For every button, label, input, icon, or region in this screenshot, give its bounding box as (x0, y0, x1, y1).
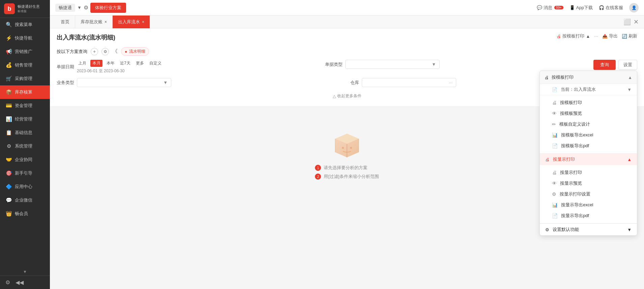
sidebar-item-guide[interactable]: 🎯 新手引导 (0, 166, 50, 180)
template-excel-icon: 📊 (552, 132, 558, 138)
print-template-action[interactable]: 🖨 按模板打印 ▲ (557, 33, 590, 39)
sidebar-item-operations[interactable]: 📊 经营管理 (0, 112, 50, 126)
sidebar-item-search[interactable]: 🔍 搜索菜单 (0, 18, 50, 31)
display-print-section-label: 按显示打印 (553, 156, 575, 162)
sidebar-item-collab[interactable]: 🤝 企业协同 (0, 153, 50, 166)
template-preview-item[interactable]: 👁 按模板预览 (540, 108, 637, 119)
sidebar-item-sales[interactable]: 💰 销售管理 (0, 58, 50, 72)
tab-home[interactable]: 首页 (55, 16, 75, 28)
tab-close-button[interactable]: ✕ (634, 18, 639, 26)
query-button[interactable]: 查询 (593, 60, 616, 70)
sidebar-scroll-down[interactable]: ▼ (0, 268, 50, 275)
message-label: 消息 (544, 5, 552, 11)
filter-add-button[interactable]: ＋ (91, 48, 98, 55)
sidebar-settings-icon[interactable]: ⚙ (5, 279, 10, 286)
date-option-more[interactable]: 更多 (135, 60, 145, 67)
filter-collapse-btn[interactable]: 《 (112, 48, 118, 55)
sidebar-menu-icon[interactable]: ◀◀ (16, 279, 24, 286)
date-option-this-month[interactable]: 本月 (90, 60, 103, 67)
message-badge: 99+ (554, 6, 563, 9)
template-pdf-item[interactable]: 📄 按模板导出pdf (540, 140, 637, 151)
date-option-7days[interactable]: 近7天 (119, 60, 132, 67)
tab-flow[interactable]: 出入库流水 × (113, 16, 150, 28)
sidebar-item-marketing[interactable]: 📢 营销推广 (0, 45, 50, 58)
member-icon: 👑 (5, 211, 12, 217)
display-excel-icon: 📊 (552, 202, 558, 208)
display-pdf-item[interactable]: 📄 按显示导出pdf (540, 210, 637, 221)
date-group: 上月 本月 本年 近7天 更多 自定义 2023-06-01 至 2023-06… (77, 60, 163, 74)
date-option-custom[interactable]: 自定义 (148, 60, 163, 67)
tab-inventory-batch[interactable]: 库存批次账 × (75, 16, 113, 28)
display-print-settings-item[interactable]: ⚙ 按显示打印设置 (540, 189, 637, 200)
user-dropdown-icon[interactable]: ▼ (77, 5, 82, 10)
warehouse-select[interactable]: ··· (362, 78, 456, 87)
sidebar-item-label: 销售管理 (15, 62, 32, 68)
guide-icon: 🎯 (5, 170, 12, 176)
sidebar-item-label: 营销推广 (15, 49, 32, 55)
display-preview-item[interactable]: 👁 按显示预览 (540, 178, 637, 189)
lightning-icon: ⚡ (5, 35, 12, 41)
date-option-this-year[interactable]: 本年 (105, 60, 116, 67)
topbar-app-download[interactable]: 📱 App下载 (569, 5, 593, 11)
template-design-icon: ✏ (552, 122, 556, 127)
sidebar-item-quicknav[interactable]: ⚡ 快捷导航 (0, 31, 50, 45)
empty-step-2: 2 用[过滤]条件来缩小分析范围 (315, 174, 379, 180)
collapse-arrow-icon: △ (333, 94, 336, 99)
sidebar-item-finance[interactable]: 💳 资金管理 (0, 99, 50, 112)
sidebar-item-appstore[interactable]: 🔷 应用中心 (0, 180, 50, 193)
sidebar-item-purchase[interactable]: 🛒 采购管理 (0, 72, 50, 85)
current-template-label: 当前：出入库流水 (561, 86, 596, 93)
date-option-last-month[interactable]: 上月 (77, 60, 88, 67)
user-avatar[interactable]: 👤 (629, 3, 639, 12)
display-print-section-header[interactable]: 🖨 按显示打印 ▲ (540, 154, 637, 165)
topbar-settings-icon[interactable]: ⚙ (84, 4, 88, 11)
customer-service-icon: 🎧 (599, 5, 604, 10)
template-print-icon: 🖨 (552, 100, 557, 105)
export-label: 导出 (609, 33, 618, 39)
export-action[interactable]: 📤 导出 (602, 33, 618, 39)
sidebar-item-member[interactable]: 👑 畅会员 (0, 207, 50, 220)
template-pdf-icon: 📄 (552, 143, 558, 149)
template-excel-item[interactable]: 📊 按模板导出excel (540, 130, 637, 140)
collab-icon: 🤝 (5, 157, 12, 163)
sidebar-item-label: 企业微信 (15, 197, 32, 203)
refresh-action[interactable]: 🔄 刷新 (622, 33, 637, 39)
page-header-actions: 🖨 按模板打印 ▲ ··· 📤 导出 🔄 刷新 (557, 33, 637, 42)
app-download-icon: 📱 (569, 5, 575, 10)
template-design-item[interactable]: ✏ 模板自定义设计 (540, 119, 637, 130)
filter-tag-label: 流水明细 (129, 49, 145, 54)
tabs-right-actions: ⬜ ✕ (623, 18, 639, 26)
tab-restore-button[interactable]: ⬜ (623, 18, 631, 26)
topbar-customer-service[interactable]: 🎧 在线客服 (599, 5, 623, 11)
sidebar-item-system[interactable]: ⚙ 系统管理 (0, 139, 50, 153)
biztype-label: 业务类型 (57, 80, 74, 86)
template-print-label: 按模板打印 (560, 100, 582, 106)
trial-button[interactable]: 体验行业方案 (90, 3, 126, 13)
sidebar-item-wechat[interactable]: 💬 企业微信 (0, 193, 50, 207)
customer-service-label: 在线客服 (606, 5, 623, 11)
tab-inventory-batch-close[interactable]: × (105, 20, 107, 24)
filter-settings-button[interactable]: ⚙ (101, 48, 109, 55)
tab-flow-close[interactable]: × (142, 20, 144, 24)
sidebar-item-label: 资金管理 (15, 103, 32, 109)
warehouse-label: 仓库 (350, 80, 359, 86)
print-panel-header: 🖨 按模板打印 ▲ (540, 71, 637, 84)
biztype-select[interactable]: ▼ (77, 78, 171, 87)
display-print-item[interactable]: 🖨 按显示打印 (540, 167, 637, 178)
app-logo-icon: b (4, 3, 15, 14)
display-excel-item[interactable]: 📊 按显示导出excel (540, 200, 637, 210)
sidebar-item-inventory[interactable]: 📦 库存核算 (0, 85, 50, 99)
wechat-icon: 💬 (5, 197, 12, 203)
print-panel-collapse-icon[interactable]: ▲ (628, 75, 632, 80)
topbar-message[interactable]: 💬 消息 99+ (537, 5, 563, 11)
tabs-bar: 首页 库存批次账 × 出入库流水 × ⬜ ✕ (50, 16, 644, 28)
set-default-item[interactable]: ⚙ 设置默认功能 ▼ (540, 224, 637, 235)
tab-home-label: 首页 (61, 19, 69, 25)
display-pdf-label: 按显示导出pdf (561, 213, 589, 219)
sidebar-item-label: 采购管理 (15, 76, 32, 82)
settings-button[interactable]: 设置 (618, 60, 637, 70)
sidebar-item-basic-info[interactable]: 📋 基础信息 (0, 126, 50, 139)
sidebar-item-label: 搜索菜单 (15, 22, 32, 28)
template-print-item[interactable]: 🖨 按模板打印 (540, 97, 637, 108)
doctype-select[interactable]: ▼ (345, 60, 440, 69)
